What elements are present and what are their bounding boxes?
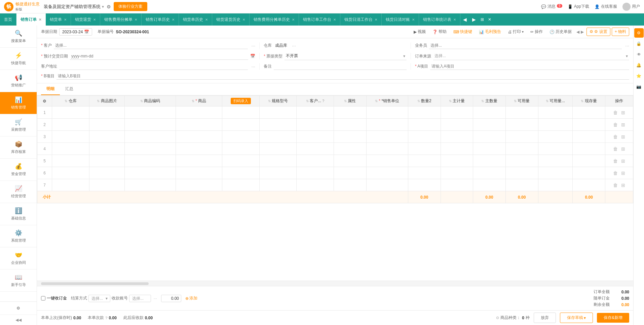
row-available2-1[interactable] [538,107,573,119]
sidebar-item-operations[interactable]: 📈 经营管理 [0,181,37,203]
col-warehouse[interactable]: ⇅ 仓库 [52,96,89,107]
col-stock[interactable]: ⇅ 现存量 [573,96,605,107]
copy-icon[interactable]: ⊞ [620,170,626,176]
action-button[interactable]: ✏ 操作 [528,28,545,36]
staff-more-icon[interactable]: ··· [625,43,629,48]
row-customer-code-1[interactable] [297,107,334,119]
tab-return-history[interactable]: 销货退货历史 ✕ [212,13,250,26]
staff-input[interactable] [429,42,622,49]
delete-icon[interactable]: 🗑 [612,122,619,127]
account-select[interactable]: 选择... [129,295,151,302]
date-input[interactable]: 2023-03-24 📅 [59,28,92,36]
tab-close-icon[interactable]: ✕ [39,18,41,22]
col-settings[interactable]: ⚙ [37,96,52,107]
delete-icon[interactable]: 🗑 [612,170,619,176]
nav-next-icon[interactable]: ▶ [581,30,584,34]
delivery-input[interactable] [70,53,248,60]
settings-icon[interactable]: ⚙ [107,4,111,9]
tab-more-button[interactable]: ⊞ [479,13,486,26]
tab-sales-invoice[interactable]: 销货单 ✕ [46,13,71,26]
sidebar-item-purchase[interactable]: 🛒 采购管理 [0,114,37,136]
delete-icon[interactable]: 🗑 [612,158,619,164]
sidebar-item-collaboration[interactable]: 🤝 企业协同 [0,247,37,270]
tab-order-workbench[interactable]: 销售订单工作台 ✕ [299,13,340,26]
more-icon[interactable]: ··· [154,296,157,301]
col-sku-code[interactable]: ⇅ 商品编码 [125,96,176,107]
tab-close-icon[interactable]: ✕ [375,18,377,22]
sidebar-item-system[interactable]: ⚙️ 系统管理 [0,225,37,247]
row-qty2-1[interactable] [408,107,441,119]
address-input[interactable] [59,63,248,70]
amount-input[interactable] [161,295,181,302]
customer-more-icon[interactable]: ··· [251,43,255,48]
tab-invoice-history[interactable]: 销货单历史 ✕ [179,13,212,26]
project-b-input[interactable] [56,73,629,80]
tab-close-icon[interactable]: ✕ [93,18,96,22]
add-button[interactable]: ⊕ 添加 [185,295,197,301]
tab-detail[interactable]: 明细 [41,83,60,95]
material-float-button[interactable]: + 物料 [612,28,629,36]
rp-star-button[interactable]: ⭐ [634,71,644,81]
tab-close-icon[interactable]: ✕ [135,18,137,22]
one-click-checkbox[interactable] [41,296,45,300]
row-stock-1[interactable] [573,107,605,119]
row-action-4[interactable]: 🗑 ⊞ [605,143,633,155]
row-scan-1[interactable] [222,107,260,119]
tab-close-icon[interactable]: ✕ [205,18,208,22]
user-item[interactable]: 用户 [622,3,640,11]
scan-button[interactable]: 扫码录入 [231,98,251,104]
help-button[interactable]: ❓ 帮助 [430,28,449,36]
profit-button[interactable]: 📊 毛利预告 [477,28,503,36]
tab-home[interactable]: 首页 [0,13,16,26]
delivery-calendar-icon[interactable]: 📅 [250,54,255,58]
tab-prev-button[interactable]: ◀ [460,13,469,26]
col-available[interactable]: ⇅ 可用量 [505,96,538,107]
tab-close-icon[interactable]: ✕ [242,18,245,22]
sidebar-item-marketing[interactable]: 📢 营销推广 [0,70,37,92]
row-main-unit-1[interactable] [441,107,473,119]
invoice-select[interactable]: 不开票 ▾ [285,52,407,60]
col-available2[interactable]: ⇅ 可用量... [538,96,573,107]
remark-input[interactable] [274,63,407,70]
address-more-icon[interactable]: ··· [251,64,255,69]
sidebar-item-inventory[interactable]: 📦 库存核算 [0,136,37,159]
project-a-input[interactable] [430,63,629,70]
row-product-1[interactable] [176,107,222,119]
row-action-6[interactable]: 🗑 ⊞ [605,167,633,179]
sidebar-settings-icon[interactable]: ⚙ [0,302,37,315]
nav-prev-icon[interactable]: ◀ [576,30,579,34]
tab-close-icon[interactable]: ✕ [292,18,295,22]
tab-sales-order-history[interactable]: 销售订单历史 ✕ [142,13,179,26]
row-image-1[interactable] [89,107,124,119]
copy-icon[interactable]: ⊞ [620,110,626,115]
tab-close-icon[interactable]: ✕ [64,18,67,22]
col-scan[interactable]: 扫码录入 [222,96,260,107]
col-main-qty[interactable]: ⇅ 主数量 [473,96,506,107]
col-product[interactable]: ⇅ * 商品 [176,96,222,107]
copy-icon[interactable]: ⊞ [620,122,626,127]
delete-icon[interactable]: 🗑 [612,134,619,139]
tab-sales-order[interactable]: 销售订单 ✕ [16,13,46,26]
order-source-select[interactable]: 选择... ▾ [433,52,629,60]
customer-input[interactable] [54,42,248,49]
col-main-unit[interactable]: ⇅ 主计量 [441,96,473,107]
rp-lock-button[interactable]: 🔒 [634,39,644,48]
tab-sales-stats[interactable]: 销售订单统计表 ✕ [419,13,460,26]
system-selector[interactable]: 装备及固定资产辅助管理系统 ▾ [44,4,104,10]
horizontal-scrollbar[interactable] [41,282,149,285]
row-action-3[interactable]: 🗑 ⊞ [605,131,633,143]
rp-settings-button[interactable]: ⚙ [634,28,644,38]
row-available-1[interactable] [505,107,538,119]
row-sku-1[interactable] [125,107,176,119]
settings-float-button[interactable]: ⚙ ⚙ 设置 [586,28,610,36]
col-unit[interactable]: ⇅ * *销售单位 [366,96,408,107]
discard-button[interactable]: 放弃 [534,313,556,323]
message-item[interactable]: 💬 消息 9 [541,4,562,9]
table-container[interactable]: ⚙ ⇅ 仓库 ⇅ 商品图片 ⇅ 商品编码 [37,95,633,281]
tab-sales-return[interactable]: 销货退货 ✕ [71,13,100,26]
tab-daily-reconcile[interactable]: 钱货日清对账 ✕ [382,13,419,26]
tab-sales-expense[interactable]: 销售费用分摊单 ✕ [100,13,142,26]
tab-daily-workbench[interactable]: 钱货日清工作台 ✕ [340,13,382,26]
sidebar-item-search[interactable]: 🔍 搜索菜单 [0,26,37,48]
row-action-5[interactable]: 🗑 ⊞ [605,155,633,167]
